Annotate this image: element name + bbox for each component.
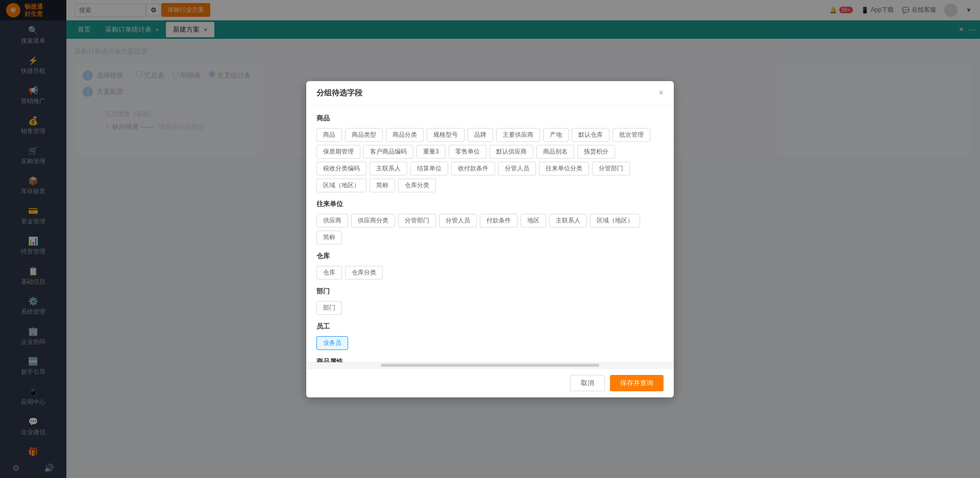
section-title-partner: 往来单位 bbox=[316, 199, 664, 209]
tag-warehouse-仓库分类[interactable]: 仓库分类 bbox=[345, 266, 383, 280]
tag-partner-地区[interactable]: 地区 bbox=[521, 214, 546, 228]
modal-header: 分组待选字段 × bbox=[306, 81, 674, 106]
tag-goods-商品[interactable]: 商品 bbox=[316, 128, 342, 142]
tag-goods-分管部门[interactable]: 分管部门 bbox=[592, 162, 630, 175]
modal-body[interactable]: 商品商品商品类型商品分类规格型号品牌主要供应商产地默认仓库批次管理保质期管理客户… bbox=[306, 106, 674, 362]
tag-goods-分管人员[interactable]: 分管人员 bbox=[498, 162, 536, 175]
tag-goods-规格型号[interactable]: 规格型号 bbox=[427, 128, 464, 142]
tag-department-部门[interactable]: 部门 bbox=[316, 301, 342, 315]
tag-goods-仓库分类[interactable]: 仓库分类 bbox=[398, 179, 436, 192]
modal-hscrollbar[interactable] bbox=[306, 362, 674, 368]
section-title-warehouse: 仓库 bbox=[316, 251, 664, 261]
tag-staff-业务员[interactable]: 业务员 bbox=[316, 336, 348, 350]
tag-partner-区域（地区）[interactable]: 区域（地区） bbox=[590, 214, 640, 228]
tag-goods-主联系人[interactable]: 主联系人 bbox=[370, 162, 407, 175]
tag-goods-默认仓库[interactable]: 默认仓库 bbox=[572, 128, 609, 142]
tag-grid-staff: 业务员 bbox=[316, 336, 664, 350]
tag-goods-商品别名[interactable]: 商品别名 bbox=[536, 145, 574, 159]
tag-warehouse-仓库[interactable]: 仓库 bbox=[316, 266, 342, 280]
tag-partner-主联系人[interactable]: 主联系人 bbox=[549, 214, 587, 228]
modal-dialog: 分组待选字段 × 商品商品商品类型商品分类规格型号品牌主要供应商产地默认仓库批次… bbox=[306, 81, 674, 397]
section-title-goods: 商品 bbox=[316, 114, 664, 123]
tag-goods-区域（地区）[interactable]: 区域（地区） bbox=[316, 179, 366, 192]
tag-goods-保质期管理[interactable]: 保质期管理 bbox=[316, 145, 360, 159]
confirm-btn[interactable]: 保存并查询 bbox=[610, 375, 664, 391]
tag-grid-goods: 商品商品类型商品分类规格型号品牌主要供应商产地默认仓库批次管理保质期管理客户商品… bbox=[316, 128, 664, 192]
modal-close-btn[interactable]: × bbox=[659, 88, 664, 97]
tag-goods-拣货积分[interactable]: 拣货积分 bbox=[577, 145, 615, 159]
tag-goods-商品类型[interactable]: 商品类型 bbox=[345, 128, 383, 142]
cancel-btn[interactable]: 取消 bbox=[570, 375, 605, 391]
tag-goods-收付款条件[interactable]: 收付款条件 bbox=[451, 162, 495, 175]
tag-goods-零售单位[interactable]: 零售单位 bbox=[449, 145, 486, 159]
tag-goods-默认供应商[interactable]: 默认供应商 bbox=[489, 145, 533, 159]
section-title-department: 部门 bbox=[316, 287, 664, 296]
tag-goods-往来单位分类[interactable]: 往来单位分类 bbox=[539, 162, 589, 175]
tag-goods-品牌[interactable]: 品牌 bbox=[468, 128, 493, 142]
tag-goods-结算单位[interactable]: 结算单位 bbox=[410, 162, 448, 175]
tag-partner-分管人员[interactable]: 分管人员 bbox=[439, 214, 477, 228]
section-title-goods_attr: 商品属性 bbox=[316, 357, 664, 362]
tag-goods-税收分类编码[interactable]: 税收分类编码 bbox=[316, 162, 366, 175]
tag-goods-主要供应商[interactable]: 主要供应商 bbox=[496, 128, 540, 142]
tag-goods-简称[interactable]: 简称 bbox=[370, 179, 395, 192]
tag-partner-付款条件[interactable]: 付款条件 bbox=[480, 214, 518, 228]
tag-grid-warehouse: 仓库仓库分类 bbox=[316, 266, 664, 280]
tag-partner-供应商[interactable]: 供应商 bbox=[316, 214, 348, 228]
tag-goods-客户商品编码[interactable]: 客户商品编码 bbox=[363, 145, 413, 159]
modal-footer: 取消 保存并查询 bbox=[306, 368, 674, 397]
section-title-staff: 员工 bbox=[316, 322, 664, 331]
tag-goods-产地[interactable]: 产地 bbox=[543, 128, 569, 142]
tag-grid-department: 部门 bbox=[316, 301, 664, 315]
tag-partner-分管部门[interactable]: 分管部门 bbox=[398, 214, 436, 228]
tag-goods-重量3[interactable]: 重量3 bbox=[416, 145, 446, 159]
modal-overlay: 分组待选字段 × 商品商品商品类型商品分类规格型号品牌主要供应商产地默认仓库批次… bbox=[0, 0, 980, 478]
tag-partner-简称[interactable]: 简称 bbox=[316, 231, 342, 244]
tag-grid-partner: 供应商供应商分类分管部门分管人员付款条件地区主联系人区域（地区）简称 bbox=[316, 214, 664, 244]
tag-goods-商品分类[interactable]: 商品分类 bbox=[386, 128, 424, 142]
tag-goods-批次管理[interactable]: 批次管理 bbox=[612, 128, 650, 142]
tag-partner-供应商分类[interactable]: 供应商分类 bbox=[351, 214, 395, 228]
modal-title: 分组待选字段 bbox=[316, 88, 362, 98]
